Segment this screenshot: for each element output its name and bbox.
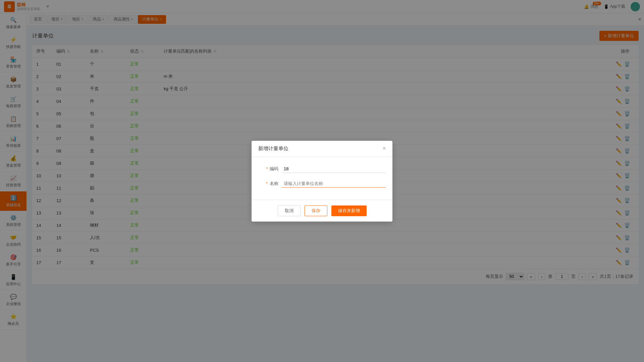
name-label: * 名称 xyxy=(258,181,278,187)
modal-close-btn[interactable]: × xyxy=(383,145,386,152)
modal-footer: 取消 保存 保存并新增 xyxy=(252,200,392,222)
code-form-row: * 编码 xyxy=(258,165,386,173)
modal-title: 新增计量单位 xyxy=(258,145,288,152)
save-and-new-button[interactable]: 保存并新增 xyxy=(331,205,367,216)
add-unit-modal: 新增计量单位 × * 编码 * 名称 取消 保存 保存并新增 xyxy=(252,141,392,222)
modal-body: * 编码 * 名称 xyxy=(252,157,392,200)
save-button[interactable]: 保存 xyxy=(305,205,327,216)
cancel-button[interactable]: 取消 xyxy=(278,205,301,216)
name-input[interactable] xyxy=(282,180,386,188)
code-label: * 编码 xyxy=(258,166,278,172)
name-form-row: * 名称 xyxy=(258,180,386,188)
modal-header: 新增计量单位 × xyxy=(252,141,392,157)
modal-overlay[interactable]: 新增计量单位 × * 编码 * 名称 取消 保存 保存并新增 xyxy=(0,0,644,362)
code-input[interactable] xyxy=(282,165,386,173)
code-required-mark: * xyxy=(266,166,268,171)
name-required-mark: * xyxy=(266,181,268,186)
